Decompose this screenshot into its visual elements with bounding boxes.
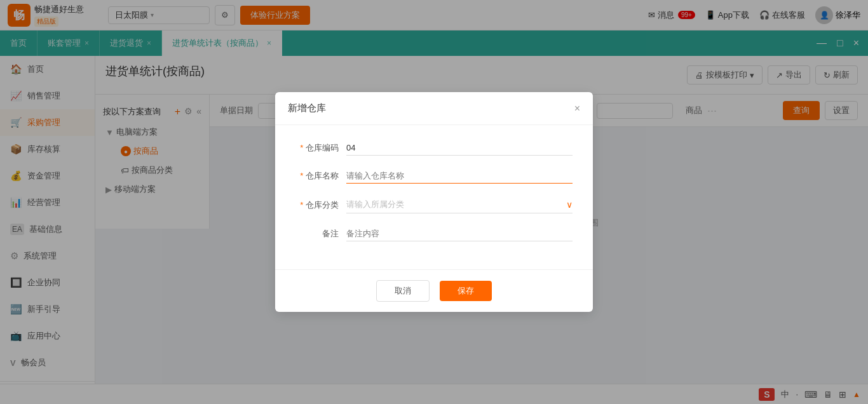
warehouse-code-label: 仓库编码 xyxy=(295,142,346,154)
warehouse-name-label: 仓库名称 xyxy=(295,170,346,182)
add-warehouse-modal: 新增仓库 × 仓库编码 仓库名称 仓库分类 请输入所属分类 ∨ xyxy=(275,92,593,312)
warehouse-code-input[interactable] xyxy=(346,140,573,156)
warehouse-category-select[interactable]: 请输入所属分类 ∨ xyxy=(346,196,573,213)
modal-close-button[interactable]: × xyxy=(574,103,580,114)
remark-input[interactable] xyxy=(346,226,573,241)
warehouse-code-row: 仓库编码 xyxy=(295,140,573,156)
save-button[interactable]: 保存 xyxy=(440,281,492,301)
remark-label: 备注 xyxy=(295,228,346,239)
warehouse-category-label: 仓库分类 xyxy=(295,199,346,211)
select-arrow-icon: ∨ xyxy=(566,199,573,210)
modal-overlay: 新增仓库 × 仓库编码 仓库名称 仓库分类 请输入所属分类 ∨ xyxy=(0,0,868,404)
warehouse-name-row: 仓库名称 xyxy=(295,168,573,184)
modal-header: 新增仓库 × xyxy=(275,92,593,125)
modal-body: 仓库编码 仓库名称 仓库分类 请输入所属分类 ∨ 备注 xyxy=(275,125,593,269)
warehouse-category-row: 仓库分类 请输入所属分类 ∨ xyxy=(295,196,573,213)
modal-footer: 取消 保存 xyxy=(275,269,593,312)
remark-row: 备注 xyxy=(295,226,573,241)
modal-title: 新增仓库 xyxy=(288,102,326,114)
warehouse-name-input[interactable] xyxy=(346,168,573,184)
cancel-button[interactable]: 取消 xyxy=(376,280,430,302)
